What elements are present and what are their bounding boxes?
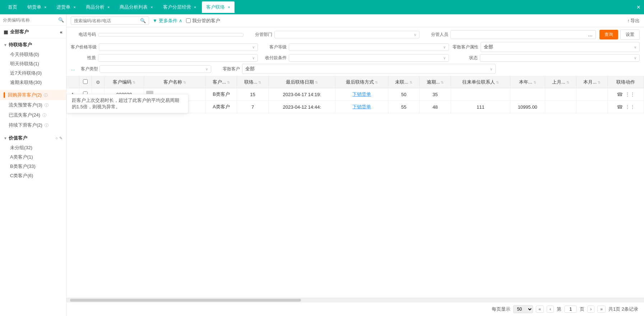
tab-sales-order[interactable]: 销货单 × <box>23 1 51 13</box>
sidebar-item-tomorrow[interactable]: 明天待联络(1) <box>0 59 66 69</box>
action-phone-icon-1[interactable]: ☎ <box>617 91 623 97</box>
sidebar-item-overdue[interactable]: 逾期未联络(30) <box>0 78 66 87</box>
phone-input[interactable] <box>98 33 244 37</box>
person-select[interactable]: … <box>450 30 596 39</box>
col-this-year: 本年...⇅ <box>510 76 545 88</box>
cell-category-1: B类客户 <box>205 88 237 101</box>
action-more-icon-2[interactable]: ⋮⋮ <box>625 104 635 110</box>
customer-grade-select[interactable]: ∨ <box>289 43 449 51</box>
prev-page-btn[interactable]: ‹ <box>547 306 554 313</box>
cell-ty-1 <box>510 88 545 101</box>
tab-product-analysis-close[interactable]: × <box>107 5 110 9</box>
dept-select[interactable]: ∨ <box>274 31 420 38</box>
sidebar-all-customers[interactable]: ▦ 全部客户 « <box>0 26 66 38</box>
tooltip-box: 距客户上次交易时长，超过了此客户的平均交易周期的1.5倍，则视为异常。 <box>66 94 189 113</box>
horizontal-scrollbar[interactable] <box>66 298 644 302</box>
tab-home[interactable]: 首页 <box>4 1 22 13</box>
sort-icon-lcd: ⇅ <box>315 80 318 84</box>
tab-purchase-order-close[interactable]: × <box>73 5 75 9</box>
cell-cc-1 <box>451 88 510 101</box>
table-header-row: ⚙ 客户编码⇅ 客户名称⇅ 客户...⇅ 联络...⇅ <box>66 76 644 88</box>
sidebar-pending-group[interactable]: ▼ 待联络客户 <box>0 40 66 50</box>
sidebar-item-churn-warn[interactable]: 流失预警客户(3) ⓘ <box>0 100 66 110</box>
action-phone-icon-2[interactable]: ☎ <box>617 104 623 110</box>
sort-icon-contact: ⇅ <box>258 80 261 84</box>
export-button[interactable]: ↑ 导出 <box>627 18 640 24</box>
sidebar-collapse-icon[interactable]: « <box>60 29 62 35</box>
cell-unc-1: 50 <box>388 88 419 101</box>
sort-icon-cc: ⇅ <box>496 80 499 84</box>
retail-customer-select[interactable]: 全部 ∨ <box>242 64 496 74</box>
sidebar-item-churned[interactable]: 已流失客户(24) ⓘ <box>0 110 66 120</box>
my-customers-checkbox[interactable] <box>186 18 191 23</box>
gender-select[interactable]: ∨ <box>98 54 258 62</box>
more-dots-btn[interactable]: … <box>71 66 75 71</box>
churn-warn-info-icon: ⓘ <box>45 103 48 108</box>
last-contact-link-1[interactable]: 下销货单 <box>352 91 371 97</box>
more-conditions-btn[interactable]: ▼ 更多条件 ∧ <box>153 18 182 24</box>
col-contact: 联络...⇅ <box>237 76 268 88</box>
select-all-checkbox[interactable] <box>83 79 88 84</box>
scroll-thumb[interactable] <box>70 299 301 302</box>
content-area: 距客户上次交易时长，超过了此客户的平均交易周期的1.5倍，则视为异常。 🔍 ▼ … <box>66 14 644 316</box>
action-more-icon-1[interactable]: ⋮⋮ <box>625 91 635 97</box>
retail-attr-select[interactable]: 全部 ∨ <box>481 42 640 52</box>
col-last-contact-method: 最后联络方式⇅ <box>335 76 388 88</box>
sort-icon-lm: ⇅ <box>566 80 569 84</box>
sort-icon-ty: ⇅ <box>533 80 536 84</box>
price-grade-select[interactable]: ∨ <box>99 43 258 51</box>
filter-cell-customer-grade: 客户等级 ∨ <box>261 43 449 51</box>
per-page-select[interactable]: 50 100 200 <box>513 305 533 313</box>
cell-action-2: ☎ ⋮⋮ <box>608 101 644 113</box>
close-all-button[interactable]: × <box>636 4 640 11</box>
sort-icon-tm: ⇅ <box>598 80 601 84</box>
tab-customer-contact[interactable]: 客户联络 × <box>202 1 234 13</box>
filter-search-icon[interactable]: 🔍 <box>140 18 146 23</box>
sidebar-item-today[interactable]: 今天待联络(0) <box>0 50 66 59</box>
sort-icon-ov: ⇅ <box>441 80 444 84</box>
last-page-btn[interactable]: » <box>597 306 606 313</box>
tab-purchase-order[interactable]: 进货单 × <box>52 1 80 13</box>
sidebar-value-group-header: ▼ 价值客户 ○ ✎ <box>0 133 66 143</box>
cell-contact-2: 7 <box>237 101 268 113</box>
col-uncontacted: 未联...⇅ <box>388 76 419 88</box>
col-gear[interactable]: ⚙ <box>92 76 105 88</box>
customer-type-select[interactable]: ∨ <box>99 65 211 73</box>
tab-product-analysis[interactable]: 商品分析 × <box>82 1 114 13</box>
status-select[interactable]: ∨ <box>480 54 640 62</box>
abnormal-info-icon: ⓘ <box>44 93 48 98</box>
filter-actions: 查询 设置 <box>599 29 640 40</box>
circle-icon[interactable]: ○ <box>55 136 58 141</box>
page-num-input[interactable] <box>564 306 577 313</box>
tab-customer-segmentation-close[interactable]: × <box>194 5 196 9</box>
filter-bar: 🔍 ▼ 更多条件 ∧ 我分管的客户 ↑ 导出 <box>66 14 644 27</box>
tab-product-analysis-list[interactable]: 商品分析列表 × <box>115 1 157 13</box>
settings-button[interactable]: 设置 <box>620 29 640 40</box>
sidebar-search-input[interactable] <box>3 18 57 23</box>
sidebar-item-abnormal[interactable]: 回购异常客户(2) ⓘ <box>0 90 66 100</box>
tab-customer-segmentation[interactable]: 客户分层经营 × <box>159 1 200 13</box>
cell-ov-2: 48 <box>420 101 451 113</box>
sidebar-item-declining[interactable]: 持续下滑客户(2) ⓘ <box>0 120 66 130</box>
tab-customer-contact-close[interactable]: × <box>228 5 230 9</box>
sidebar-item-7days[interactable]: 近7天待联络(0) <box>0 69 66 78</box>
col-overdue: 逾期...⇅ <box>420 76 451 88</box>
sidebar-item-ungroup[interactable]: 未分组(32) <box>0 143 66 152</box>
cell-tm-1 <box>576 88 607 101</box>
next-page-btn[interactable]: › <box>587 306 594 313</box>
sidebar-item-class-b[interactable]: B类客户(33) <box>0 162 66 171</box>
sidebar-search-icon[interactable]: 🔍 <box>58 17 64 23</box>
query-button[interactable]: 查询 <box>599 30 618 39</box>
churned-info-icon: ⓘ <box>42 113 46 118</box>
payment-select[interactable]: ∨ <box>289 54 449 62</box>
first-page-btn[interactable]: « <box>536 306 544 313</box>
tab-sales-order-close[interactable]: × <box>44 5 46 9</box>
col-check <box>79 76 92 88</box>
sidebar-item-class-a[interactable]: A类客户(1) <box>0 152 66 162</box>
last-contact-link-2[interactable]: 下销货单 <box>352 104 371 109</box>
sidebar-item-class-c[interactable]: C类客户(6) <box>0 171 66 180</box>
filter-row-3: 性质 ∨ 收付款条件 ∨ 状态 <box>71 54 640 62</box>
pencil-icon[interactable]: ✎ <box>59 136 62 141</box>
filter-search-input[interactable] <box>74 18 139 23</box>
tab-product-analysis-list-close[interactable]: × <box>150 5 153 9</box>
